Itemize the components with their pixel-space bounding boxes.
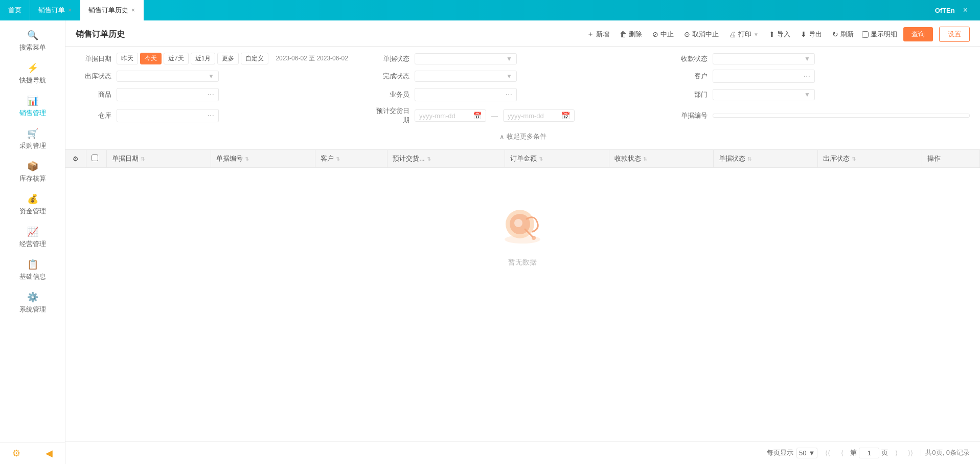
table-settings-col[interactable]: ⚙	[65, 150, 86, 168]
date-1month[interactable]: 近1月	[191, 53, 216, 64]
status-control: ▼	[415, 53, 672, 64]
date-custom[interactable]: 自定义	[241, 53, 268, 64]
sidebar-item-inventory[interactable]: 📦 库存核算	[0, 156, 65, 188]
col-date-sort[interactable]: 单据日期 ⇅	[112, 154, 206, 163]
receipt-status-select[interactable]: ▼	[713, 53, 815, 64]
sidebar-item-finance[interactable]: 💰 资金管理	[0, 188, 65, 221]
page-input[interactable]	[859, 448, 879, 458]
brand-label: OfTEn	[935, 7, 955, 14]
svg-point-3	[514, 219, 522, 227]
date-today[interactable]: 今天	[140, 53, 162, 64]
col-no-sort-icon: ⇅	[245, 156, 249, 162]
sidebar-item-business[interactable]: 📈 经营管理	[0, 221, 65, 254]
date-7days[interactable]: 近7天	[164, 53, 189, 64]
per-page-arrow-icon: ▼	[808, 449, 815, 457]
tab-home[interactable]: 首页	[0, 0, 30, 20]
sidebar-item-quick-nav[interactable]: ⚡ 快捷导航	[0, 57, 65, 90]
order-no-input[interactable]	[713, 114, 970, 118]
refresh-button[interactable]: ↻ 刷新	[830, 29, 856, 40]
sidebar-item-search[interactable]: 🔍 搜索菜单	[0, 25, 65, 57]
import-icon: ⬆	[769, 30, 775, 38]
table-settings-icon[interactable]: ⚙	[73, 155, 79, 163]
tab-sales-order[interactable]: 销售订单 ×	[30, 0, 80, 20]
order-no-control	[713, 114, 970, 118]
refresh-icon: ↻	[832, 30, 838, 38]
sidebar-item-purchase[interactable]: 🛒 采购管理	[0, 123, 65, 156]
col-no-sort[interactable]: 单据编号 ⇅	[216, 154, 310, 163]
display-detail-checkbox[interactable]	[862, 31, 869, 38]
complete-status-select[interactable]: ▼	[415, 71, 517, 82]
delete-button[interactable]: 🗑 删除	[618, 29, 644, 40]
col-receipt-status-sort[interactable]: 收款状态 ⇅	[614, 154, 708, 163]
prev-page-button[interactable]: ⟨	[836, 447, 848, 459]
sidebar-item-basic-info[interactable]: 📋 基础信息	[0, 254, 65, 286]
query-button[interactable]: 查询	[903, 27, 933, 41]
customer-input[interactable]: ···	[713, 70, 815, 83]
page-label: 第	[850, 448, 857, 457]
col-date-sort-icon: ⇅	[141, 156, 145, 162]
date-more[interactable]: 更多	[217, 53, 239, 64]
quick-nav-icon: ⚡	[27, 62, 38, 74]
order-no-label: 单据编号	[672, 111, 713, 120]
sidebar-finance-label: 资金管理	[19, 207, 46, 216]
status-select[interactable]: ▼	[415, 53, 517, 64]
settings-button[interactable]: 设置	[939, 27, 970, 42]
warehouse-dots-icon: ···	[208, 111, 214, 120]
per-page-select[interactable]: 50 ▼	[796, 448, 817, 458]
tab-sales-history-close[interactable]: ×	[131, 7, 135, 14]
col-out-status-sort[interactable]: 出库状态 ⇅	[823, 154, 917, 163]
collapse-label: 收起更多条件	[507, 132, 546, 141]
tab-sales-order-close[interactable]: ×	[68, 7, 72, 14]
department-select[interactable]: ▼	[713, 89, 815, 100]
window-close[interactable]: ×	[959, 6, 972, 15]
status-arrow-icon: ▼	[506, 55, 512, 62]
tab-sales-history[interactable]: 销售订单历史 ×	[80, 0, 144, 20]
add-icon: ＋	[587, 30, 594, 39]
out-status-label: 出库状态	[76, 72, 117, 81]
add-label: 新增	[596, 30, 609, 39]
salesperson-input[interactable]: ···	[415, 88, 517, 101]
export-button[interactable]: ⬇ 导出	[799, 29, 824, 40]
customer-control: ···	[713, 70, 970, 83]
stop-button[interactable]: ⊘ 中止	[650, 29, 676, 40]
col-action-label: 操作	[927, 154, 941, 162]
export-label: 导出	[809, 30, 822, 39]
date-label: 单据日期	[76, 54, 117, 63]
complete-status-label: 完成状态	[374, 72, 415, 81]
cancel-stop-label: 取消中止	[692, 30, 719, 39]
next-page-button[interactable]: ⟩	[890, 447, 902, 459]
display-detail-toggle[interactable]: 显示明细	[862, 30, 897, 39]
date-filter-control: 昨天 今天 近7天 近1月 更多 自定义 2023-06-02 至 2023-0…	[117, 53, 374, 64]
status-label: 单据状态	[374, 54, 415, 63]
sidebar-item-system[interactable]: ⚙️ 系统管理	[0, 286, 65, 319]
out-status-select[interactable]: ▼	[117, 71, 219, 82]
col-doc-status-sort[interactable]: 单据状态 ⇅	[719, 154, 812, 163]
select-all-checkbox[interactable]	[92, 154, 98, 161]
delivery-date-to[interactable]: yyyy-mm-dd 📅	[503, 109, 575, 122]
collapse-sidebar-icon[interactable]: ◀	[45, 448, 53, 459]
col-customer-sort[interactable]: 客户 ⇅	[321, 154, 382, 163]
cancel-stop-button[interactable]: ⊙ 取消中止	[682, 29, 721, 40]
delivery-date-from[interactable]: yyyy-mm-dd 📅	[415, 109, 486, 122]
table-checkbox-col[interactable]	[86, 150, 106, 168]
last-page-button[interactable]: ⟩⟩	[904, 447, 917, 459]
out-status-arrow-icon: ▼	[208, 73, 214, 80]
product-input[interactable]: ···	[117, 88, 219, 101]
col-delivery-sort[interactable]: 预计交货... ⇅	[393, 154, 499, 163]
sidebar-item-sales[interactable]: 📊 销售管理	[0, 90, 65, 123]
add-button[interactable]: ＋ 新增	[585, 29, 611, 40]
print-button[interactable]: 🖨 打印 ▼	[727, 29, 761, 40]
import-button[interactable]: ⬆ 导入	[767, 29, 792, 40]
col-amount-sort[interactable]: 订单金额 ⇅	[510, 154, 604, 163]
collapse-more-button[interactable]: ∧ 收起更多条件	[76, 130, 970, 143]
date-yesterday[interactable]: 昨天	[117, 53, 138, 64]
settings-bottom-icon[interactable]: ⚙	[12, 448, 20, 459]
print-icon: 🖨	[729, 30, 736, 38]
warehouse-input[interactable]: ···	[117, 109, 219, 122]
stop-icon: ⊘	[652, 30, 658, 38]
salesperson-control: ···	[415, 88, 672, 101]
delivery-date-control: yyyy-mm-dd 📅 — yyyy-mm-dd 📅	[415, 109, 672, 122]
first-page-button[interactable]: ⟨⟨	[822, 447, 834, 459]
display-detail-label: 显示明细	[871, 30, 897, 39]
svg-point-4	[532, 236, 536, 240]
